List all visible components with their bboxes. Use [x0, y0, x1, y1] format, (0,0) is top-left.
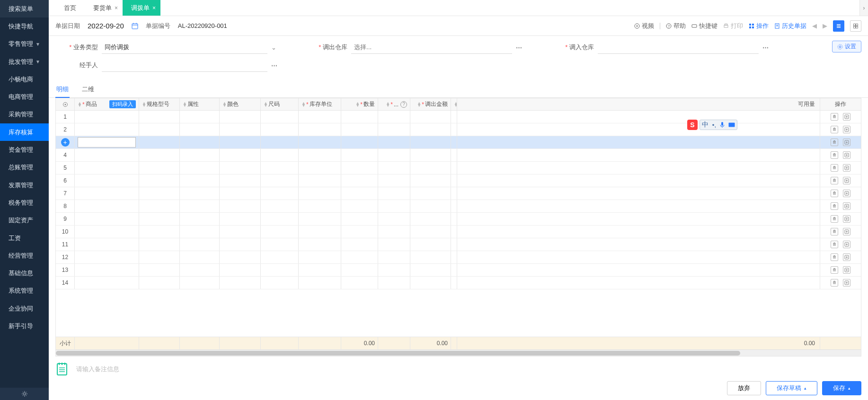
cell[interactable]	[299, 200, 341, 212]
cell[interactable]	[451, 213, 457, 225]
tab-0[interactable]: 首页	[55, 0, 85, 16]
biz-type-input[interactable]	[102, 41, 267, 54]
cell[interactable]	[180, 213, 220, 225]
cell[interactable]	[457, 111, 820, 123]
cell[interactable]	[220, 200, 261, 212]
sidebar-settings[interactable]	[0, 388, 49, 400]
col-blank-sort[interactable]: ▲▼	[451, 98, 457, 110]
table-row[interactable]: 13	[56, 264, 861, 277]
cell[interactable]	[341, 251, 378, 263]
cell[interactable]	[139, 264, 180, 276]
view-mode-list-icon[interactable]	[833, 20, 844, 32]
info-icon[interactable]: ?	[400, 101, 407, 108]
sidebar-item-17[interactable]: 企业协同	[0, 300, 49, 317]
cell[interactable]	[299, 264, 341, 276]
cell[interactable]	[75, 238, 139, 251]
cell[interactable]	[261, 264, 299, 276]
col-unit[interactable]: ▲▼*库存单位	[299, 98, 341, 110]
cell[interactable]	[220, 251, 261, 263]
more-icon[interactable]: ⋯	[271, 62, 278, 69]
remarks-input[interactable]	[76, 363, 861, 375]
cell[interactable]	[180, 111, 220, 123]
cell[interactable]	[220, 123, 261, 136]
cell[interactable]	[341, 162, 378, 174]
cell[interactable]	[220, 174, 261, 187]
col-product[interactable]: ▲▼*商品扫码录入	[75, 98, 139, 110]
table-row[interactable]: 5	[56, 162, 861, 174]
delete-row-icon[interactable]	[831, 241, 838, 248]
cell[interactable]	[457, 277, 820, 289]
cell[interactable]	[410, 162, 451, 174]
col-ellipsis[interactable]: ▲▼*...?	[378, 98, 410, 110]
print-action[interactable]: 打印	[723, 22, 743, 30]
sidebar-item-13[interactable]: 工资	[0, 229, 49, 247]
cell[interactable]	[75, 174, 139, 187]
delete-row-icon[interactable]	[831, 228, 838, 235]
discard-button[interactable]: 放弃	[727, 381, 761, 395]
table-row[interactable]: 10	[56, 226, 861, 238]
insert-row-icon[interactable]	[843, 266, 850, 274]
in-warehouse-input[interactable]	[598, 41, 759, 54]
cell[interactable]	[341, 111, 378, 123]
cell[interactable]	[75, 187, 139, 200]
cell[interactable]	[75, 162, 139, 174]
cell[interactable]	[451, 264, 457, 276]
cell[interactable]	[451, 149, 457, 161]
cell[interactable]	[75, 277, 139, 289]
sidebar-item-15[interactable]: 基础信息	[0, 264, 49, 282]
sidebar-item-4[interactable]: 小畅电商	[0, 70, 49, 88]
cell[interactable]	[139, 123, 180, 136]
cell[interactable]	[75, 200, 139, 212]
col-qty[interactable]: ▲▼*数量	[341, 98, 378, 110]
cell[interactable]	[139, 187, 180, 200]
tab-2d[interactable]: 二维	[81, 81, 95, 97]
close-icon[interactable]: ×	[152, 5, 156, 11]
insert-row-icon[interactable]	[843, 190, 850, 197]
handler-input[interactable]	[102, 59, 267, 72]
cell[interactable]	[75, 111, 139, 123]
history-action[interactable]: 历史单据	[774, 22, 806, 30]
cell[interactable]	[139, 200, 180, 212]
cell[interactable]	[299, 136, 341, 148]
cell[interactable]	[261, 123, 299, 136]
tab-2[interactable]: 调拨单×	[123, 0, 160, 16]
cell[interactable]	[341, 226, 378, 238]
cell[interactable]	[451, 123, 457, 136]
chevron-down-icon[interactable]: ⌄	[271, 44, 276, 51]
cell[interactable]	[410, 264, 451, 276]
insert-row-icon[interactable]	[843, 151, 850, 159]
cell[interactable]	[299, 238, 341, 251]
cell[interactable]	[180, 277, 220, 289]
delete-row-icon[interactable]	[831, 202, 838, 210]
sidebar-item-2[interactable]: 零售管理▼	[0, 35, 49, 53]
cell[interactable]	[378, 162, 410, 174]
cell[interactable]	[220, 162, 261, 174]
cell[interactable]	[451, 200, 457, 212]
cell[interactable]	[180, 238, 220, 251]
save-button[interactable]: 保存▴	[822, 381, 861, 395]
cell[interactable]	[451, 251, 457, 263]
cell[interactable]	[261, 238, 299, 251]
cell[interactable]	[261, 187, 299, 200]
cell[interactable]	[261, 149, 299, 161]
cell[interactable]	[139, 213, 180, 225]
cell[interactable]	[75, 136, 139, 148]
more-icon[interactable]: ⋯	[516, 44, 523, 51]
cell[interactable]	[410, 213, 451, 225]
cell[interactable]	[451, 277, 457, 289]
shortcut-action[interactable]: 快捷键	[691, 22, 717, 30]
close-icon[interactable]: ×	[115, 5, 118, 11]
insert-row-icon[interactable]	[843, 228, 850, 235]
cell[interactable]	[410, 111, 451, 123]
ime-toolbar[interactable]: S 中 •,	[687, 120, 737, 130]
delete-row-icon[interactable]	[831, 266, 838, 274]
cell[interactable]	[457, 149, 820, 161]
settings-button[interactable]: 设置	[832, 41, 861, 52]
delete-row-icon[interactable]	[831, 253, 838, 261]
cell[interactable]	[261, 277, 299, 289]
cell[interactable]	[410, 226, 451, 238]
calendar-icon[interactable]	[132, 23, 138, 29]
cell[interactable]	[180, 149, 220, 161]
cell[interactable]	[457, 123, 820, 136]
insert-row-icon[interactable]	[843, 113, 850, 121]
